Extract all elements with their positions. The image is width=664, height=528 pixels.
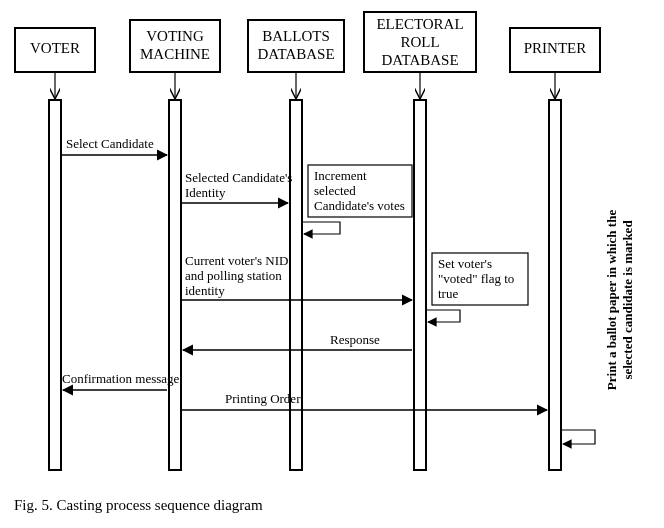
self-loop-electoral (426, 310, 460, 322)
actor-voter-label: VOTER (30, 40, 80, 56)
self-loop-printer (561, 430, 595, 444)
actor-voter: VOTER (15, 28, 95, 72)
actor-ballots-database: BALLOTS DATABASE (248, 20, 344, 72)
msg-select-candidate-label: Select Candidate (66, 136, 154, 151)
sequence-diagram: VOTER VOTING MACHINE BALLOTS DATABASE EL… (0, 0, 664, 528)
svg-text:DATABASE: DATABASE (381, 52, 458, 68)
msg-confirmation-label: Confirmation message (62, 371, 180, 386)
actor-printer: PRINTER (510, 28, 600, 72)
svg-text:MACHINE: MACHINE (140, 46, 210, 62)
svg-text:Print a ballot paper in which : Print a ballot paper in which the (604, 210, 619, 391)
activation-electoral (414, 100, 426, 470)
svg-text:Current voter's NID: Current voter's NID (185, 253, 288, 268)
svg-text:true: true (438, 286, 458, 301)
activation-voter (49, 100, 61, 470)
activation-printer (549, 100, 561, 470)
svg-text:and polling station: and polling station (185, 268, 282, 283)
svg-text:Selected Candidate's: Selected Candidate's (185, 170, 292, 185)
activation-machine (169, 100, 181, 470)
svg-text:"voted" flag to: "voted" flag to (438, 271, 514, 286)
figure-caption: Fig. 5. Casting process sequence diagram (14, 497, 263, 513)
svg-text:VOTING: VOTING (146, 28, 204, 44)
svg-text:identity: identity (185, 283, 225, 298)
svg-text:selected candidate is marked: selected candidate is marked (620, 220, 635, 380)
svg-text:ELECTORAL: ELECTORAL (376, 16, 463, 32)
svg-text:selected: selected (314, 183, 356, 198)
svg-text:Increment: Increment (314, 168, 367, 183)
svg-text:ROLL: ROLL (400, 34, 439, 50)
actor-electoral-database: ELECTORAL ROLL DATABASE (364, 12, 476, 72)
svg-text:Candidate's votes: Candidate's votes (314, 198, 405, 213)
self-loop-ballots (302, 222, 340, 234)
svg-text:Set voter's: Set voter's (438, 256, 492, 271)
svg-text:PRINTER: PRINTER (524, 40, 587, 56)
msg-response-label: Response (330, 332, 380, 347)
svg-text:BALLOTS: BALLOTS (262, 28, 330, 44)
actor-voting-machine: VOTING MACHINE (130, 20, 220, 72)
msg-printing-order-label: Printing Order (225, 391, 301, 406)
svg-text:Identity: Identity (185, 185, 226, 200)
side-note-printer: Print a ballot paper in which the select… (604, 210, 635, 391)
activation-ballots (290, 100, 302, 470)
svg-text:DATABASE: DATABASE (257, 46, 334, 62)
